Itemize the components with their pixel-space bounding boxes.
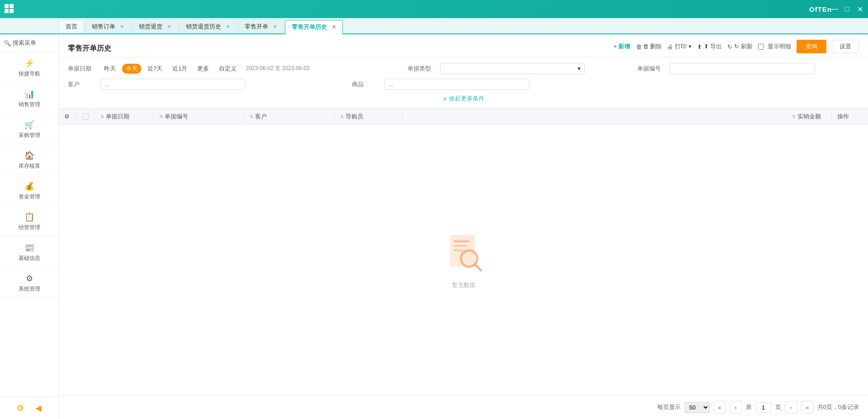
sidebar-item-sys-mgmt[interactable]: ⚙ 系统管理 [0, 267, 58, 298]
svg-rect-7 [454, 250, 465, 251]
app-logo [4, 3, 14, 15]
query-button[interactable]: 查询 [797, 40, 826, 53]
select-all-checkbox[interactable] [82, 113, 89, 120]
first-page-btn[interactable]: « [713, 401, 726, 414]
first-page-icon: « [718, 404, 721, 411]
svg-rect-1 [9, 4, 14, 8]
date-opt-today[interactable]: 今天 [122, 64, 141, 74]
sidebar-item-sales-mgmt-label: 销售管理 [19, 101, 40, 108]
sort-date-icon[interactable]: ⇅ [100, 114, 104, 119]
tab-sales-order[interactable]: 销售订单 ✕ [85, 19, 131, 33]
sidebar-item-finance-mgmt-label: 资金管理 [19, 193, 40, 201]
sort-guide-icon[interactable]: ⇅ [340, 114, 344, 119]
collapse-bar[interactable]: ∧ 收起更多条件 [68, 94, 859, 103]
customer-field[interactable] [104, 81, 241, 88]
sidebar: 🔍 搜索采单 ⚡ 快捷导航 📊 销售管理 🛒 采购管理 🏠 库存核算 💰 资金管… [0, 34, 59, 419]
tab-retail-history-close[interactable]: ✕ [332, 24, 336, 30]
sidebar-item-ops-mgmt[interactable]: 📋 经营管理 [0, 206, 58, 236]
tab-retail-history[interactable]: 零售开单历史 ✕ [285, 20, 343, 34]
sidebar-item-inventory[interactable]: 🏠 库存核算 [0, 144, 58, 175]
print-icon: 🖨 [667, 43, 673, 50]
th-spacer [403, 113, 787, 120]
th-customer: ⇅ 客户 [244, 109, 335, 124]
date-opt-7days[interactable]: 近7天 [144, 64, 166, 74]
search-icon: 🔍 [4, 40, 11, 47]
page-number-input[interactable] [755, 402, 772, 413]
tab-sales-return-history[interactable]: 销货退货历史 ✕ [179, 19, 237, 33]
sidebar-item-quick-nav[interactable]: ⚡ 快捷导航 [0, 52, 58, 83]
doc-no-input[interactable] [670, 63, 815, 74]
sidebar-collapse-btn[interactable]: ◀ [31, 401, 46, 415]
window-controls: — □ ✕ [830, 5, 864, 14]
sidebar-item-inventory-label: 库存核算 [19, 162, 40, 170]
tab-home[interactable]: 首页 [59, 19, 84, 33]
goods-field[interactable] [389, 81, 525, 88]
doc-type-select[interactable]: ▾ [440, 63, 585, 74]
per-page-select[interactable]: 50 100 200 [684, 402, 710, 413]
main-layout: 🔍 搜索采单 ⚡ 快捷导航 📊 销售管理 🛒 采购管理 🏠 库存核算 💰 资金管… [0, 34, 868, 419]
inventory-icon: 🏠 [24, 151, 34, 160]
th-amount-label: 实销金额 [797, 113, 821, 121]
tab-sales-return[interactable]: 销货退货 ✕ [132, 19, 178, 33]
display-detail-checkbox[interactable]: 显示明细 [758, 42, 791, 51]
customer-input[interactable] [100, 79, 245, 90]
tab-retail-order-close[interactable]: ✕ [273, 24, 277, 30]
close-btn[interactable]: ✕ [855, 5, 864, 14]
tab-retail-history-label: 零售开单历史 [292, 23, 327, 31]
finance-mgmt-icon: 💰 [24, 181, 34, 191]
detail-checkbox[interactable] [758, 44, 764, 50]
page-label: 页 [775, 403, 781, 411]
tab-sales-order-close[interactable]: ✕ [120, 24, 124, 30]
sort-amount-icon[interactable]: ⇅ [792, 114, 796, 119]
toolbar: + 新增 🗑 🗑 删除 🖨 打印 ▾ ⬆ ⬆ 导出 ↻ ↻ 刷新 [613, 40, 859, 57]
sidebar-item-finance-mgmt[interactable]: 💰 资金管理 [0, 175, 58, 206]
sidebar-item-basic-info-label: 基础信息 [19, 254, 40, 262]
minimize-btn[interactable]: — [830, 5, 839, 14]
refresh-button[interactable]: ↻ ↻ 刷新 [727, 42, 753, 51]
th-customer-label: 客户 [255, 113, 267, 121]
add-button[interactable]: + 新增 [613, 42, 630, 51]
tab-bar: 首页 销售订单 ✕ 销货退货 ✕ 销货退货历史 ✕ 零售开单 ✕ 零售开单历史 … [0, 18, 868, 34]
prev-page-btn[interactable]: ‹ [730, 401, 742, 414]
sidebar-footer: ⚙ ◀ [0, 397, 58, 419]
last-page-btn[interactable]: » [801, 401, 814, 414]
svg-rect-5 [454, 240, 470, 242]
delete-button[interactable]: 🗑 🗑 删除 [636, 42, 662, 51]
date-opt-1month[interactable]: 近1月 [169, 64, 191, 74]
th-no-label: 单据编号 [165, 113, 188, 121]
svg-line-10 [475, 264, 481, 270]
maximize-btn[interactable]: □ [843, 5, 852, 14]
quick-nav-icon: ⚡ [24, 58, 34, 68]
date-opt-custom[interactable]: 自定义 [215, 64, 240, 74]
page-header: 零售开单历史 + 新增 🗑 🗑 删除 🖨 打印 ▾ ⬆ ⬆ 导出 ↻ ↻ 刷 [59, 34, 868, 57]
column-settings-icon[interactable]: ⚙ [64, 113, 70, 120]
sidebar-item-quick-nav-label: 快捷导航 [19, 70, 40, 78]
th-settings[interactable]: ⚙ [59, 109, 77, 123]
svg-rect-3 [9, 9, 14, 13]
doc-type-arrow: ▾ [578, 65, 581, 72]
per-page-label: 每页显示 [657, 403, 681, 411]
sidebar-item-basic-info[interactable]: 📰 基础信息 [0, 236, 58, 267]
sidebar-item-sales-mgmt[interactable]: 📊 销售管理 [0, 83, 58, 113]
doc-no-field[interactable] [674, 65, 811, 72]
goods-input[interactable] [384, 79, 529, 90]
filter-area: 单据日期 昨天 今天 近7天 近1月 更多 自定义 2023-06-02 至 2… [59, 57, 868, 108]
sidebar-item-purchase-mgmt[interactable]: 🛒 采购管理 [0, 113, 58, 144]
settings-button[interactable]: 设置 [832, 40, 859, 53]
tab-sales-return-label: 销货退货 [139, 23, 162, 31]
tab-retail-order[interactable]: 零售开单 ✕ [238, 19, 284, 33]
doc-type-label: 单据类型 [408, 65, 433, 73]
tab-sales-return-history-close[interactable]: ✕ [226, 24, 230, 30]
sort-customer-icon[interactable]: ⇅ [250, 114, 253, 119]
tab-sales-return-close[interactable]: ✕ [167, 24, 171, 30]
top-bar: OfTEn — □ ✕ [0, 0, 868, 18]
last-page-icon: » [806, 404, 809, 411]
sidebar-settings-btn[interactable]: ⚙ [13, 401, 28, 415]
date-opt-more[interactable]: 更多 [194, 64, 213, 74]
sidebar-search[interactable]: 🔍 搜索采单 [0, 34, 58, 52]
export-button[interactable]: ⬆ ⬆ 导出 [697, 42, 722, 51]
next-page-btn[interactable]: › [785, 401, 797, 414]
sort-no-icon[interactable]: ⇅ [159, 114, 163, 119]
date-opt-yesterday[interactable]: 昨天 [100, 64, 119, 74]
print-button[interactable]: 🖨 打印 ▾ [667, 42, 692, 51]
